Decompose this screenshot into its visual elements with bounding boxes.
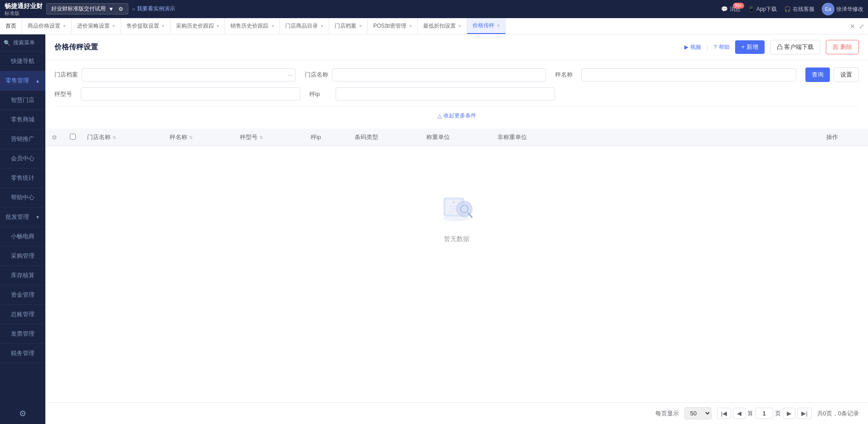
scale-ip-input[interactable] [336,87,555,101]
store-archive-input[interactable] [82,68,296,82]
tab-store-catalog[interactable]: 门店商品目录 × [280,18,329,34]
tab-sale-price-close-icon[interactable]: × [162,24,165,29]
sidebar-item-wholesale[interactable]: 批发管理 ▼ [0,207,45,227]
tab-purchase-history-label: 采购历史价跟踪 [176,22,214,30]
tab-price-scale-close-icon[interactable]: × [497,23,500,28]
sidebar-ledger-label: 总账管理 [11,310,34,318]
filter-scale-name: 秤名称 [555,68,796,82]
sidebar-purchase-label: 采购管理 [11,252,34,260]
sidebar-item-ledger[interactable]: 总账管理 [0,305,45,324]
prev-page-button[interactable]: ◀ [733,408,746,419]
sidebar-item-member[interactable]: 会员中心 [0,149,45,169]
th-store-name-sort[interactable]: 门店名称 ⇅ [87,133,159,141]
sidebar-item-retail-stats[interactable]: 零售统计 [0,169,45,188]
sidebar-item-retail[interactable]: 零售管理 ▲ [0,71,45,91]
table-checkbox-header[interactable] [63,129,82,146]
user-info[interactable]: Ea 徐泽华修改 [822,3,863,15]
scale-name-input[interactable] [581,68,796,82]
tab-min-discount-label: 最低折扣设置 [423,22,456,30]
tab-min-discount[interactable]: 最低折扣设置 × [418,18,467,34]
sidebar-retail-mall-label: 零售商城 [11,116,34,124]
tab-pos-encrypt-close-icon[interactable]: × [409,24,412,29]
sidebar-item-help[interactable]: 帮助中心 [0,188,45,207]
close-tab-icon[interactable]: ✕ [850,23,855,30]
version-settings-icon[interactable]: ⚙ [118,6,123,12]
help-link[interactable]: ? 帮助 [714,43,730,51]
divider: | [707,44,708,51]
tab-purchase-strategy-close-icon[interactable]: × [112,24,115,29]
page-number-input[interactable] [755,408,773,419]
sidebar-item-ecommerce[interactable]: 小畅电商 [0,227,45,246]
sidebar-item-smart-store[interactable]: 智慧门店 [0,91,45,110]
sidebar-item-inventory[interactable]: 库存核算 [0,266,45,285]
tab-home[interactable]: 首页 [0,18,22,34]
app-download-button[interactable]: 📱 App下载 [748,5,777,13]
sidebar-item-purchase[interactable]: 采购管理 [0,246,45,266]
tab-goods-price-close-icon[interactable]: × [63,24,66,29]
avatar: Ea [822,3,834,15]
sidebar-finance-label: 资金管理 [11,291,34,299]
maximize-tab-icon[interactable]: ⤢ [859,23,864,30]
scale-model-input[interactable] [81,87,300,101]
sidebar-item-marketing[interactable]: 营销推广 [0,130,45,149]
video-link[interactable]: ▶ 视频 [684,43,701,51]
tab-sale-history[interactable]: 销售历史价跟踪 × [225,18,280,34]
demo-circle-icon: ○ [132,6,135,12]
app-sub: 标准版 [5,10,43,16]
message-badge: 99+ [733,3,744,9]
store-archive-label: 门店档案 [54,71,78,79]
download-button-label: 凸 客户端下载 [777,43,814,51]
tab-sale-history-close-icon[interactable]: × [271,24,274,29]
demo-link[interactable]: ○ 我要看实例演示 [132,5,175,13]
video-icon: ▶ [684,44,688,50]
sidebar-item-finance[interactable]: 资金管理 [0,285,45,305]
delete-button[interactable]: 面 删除 [826,40,859,54]
tab-purchase-history-close-icon[interactable]: × [217,24,219,29]
message-button[interactable]: 💬 消息 99+ [721,5,741,13]
tab-store-catalog-close-icon[interactable]: × [321,24,323,29]
sidebar-search[interactable]: 🔍 搜索菜单 [0,34,45,52]
tab-purchase-history[interactable]: 采购历史价跟踪 × [171,18,225,34]
sidebar-settings-button[interactable]: ⚙ [0,403,45,424]
page-size-select[interactable]: 20 50 100 [684,407,712,419]
tab-store-archive[interactable]: 门店档案 × [329,18,368,34]
tab-min-discount-close-icon[interactable]: × [458,24,461,29]
filter-scale-model: 秤型号 [54,87,300,101]
tab-pos-encrypt[interactable]: POS加密管理 × [368,18,418,34]
settings-button[interactable]: 设置 [834,67,859,82]
tab-sale-price-label: 售价提取设置 [127,22,159,30]
sidebar-item-retail-mall[interactable]: 零售商城 [0,110,45,130]
select-all-checkbox[interactable] [70,134,76,140]
store-archive-dots-button[interactable]: ··· [288,71,293,78]
collapse-button[interactable]: △ 收起更多条件 [54,110,859,121]
app-name: 畅捷通好业财 [5,2,43,10]
next-page-button[interactable]: ▶ [783,408,795,419]
query-button[interactable]: 查询 [805,67,830,82]
download-button[interactable]: 凸 客户端下载 [770,40,821,54]
version-selector[interactable]: 好业财标准版交付试用 ▼ ⚙ [46,3,128,14]
table-settings-header[interactable]: ⚙ [45,129,63,146]
tab-purchase-strategy[interactable]: 进价策略设置 × [72,18,121,34]
first-page-button[interactable]: |◀ [717,408,731,419]
tab-home-label: 首页 [5,22,16,30]
tab-price-scale[interactable]: 价格传秤 × [467,18,506,34]
th-scale-model-sort[interactable]: 秤型号 ⇅ [240,133,299,141]
th-weight-unit-label: 称重单位 [426,134,450,140]
th-action: 操作 [821,129,868,146]
tab-goods-price[interactable]: 商品价格设置 × [22,18,72,34]
content-area: 价格传秤设置 ▶ 视频 | ? 帮助 + 新增 凸 客户端下载 [45,34,868,424]
scale-ip-label: 秤ip [309,90,332,98]
tab-sale-price[interactable]: 售价提取设置 × [121,18,171,34]
last-page-button[interactable]: ▶| [797,408,811,419]
online-service-button[interactable]: 🎧 在线客服 [784,5,814,13]
sidebar-item-tax[interactable]: 税务管理 [0,344,45,363]
sidebar-item-quick-nav[interactable]: 快捷导航 [0,52,45,71]
store-name-input[interactable] [332,68,546,82]
th-scale-name-sort[interactable]: 秤名称 ⇅ [170,133,229,141]
app-download-icon: 📱 [748,6,755,12]
add-button[interactable]: + 新增 [735,40,765,54]
empty-state-cell: ≡ ——— ——— —— 暂无数据 [45,146,868,280]
avatar-text: Ea [825,6,831,12]
sidebar-item-invoice[interactable]: 发票管理 [0,324,45,344]
tab-store-archive-close-icon[interactable]: × [359,24,362,29]
